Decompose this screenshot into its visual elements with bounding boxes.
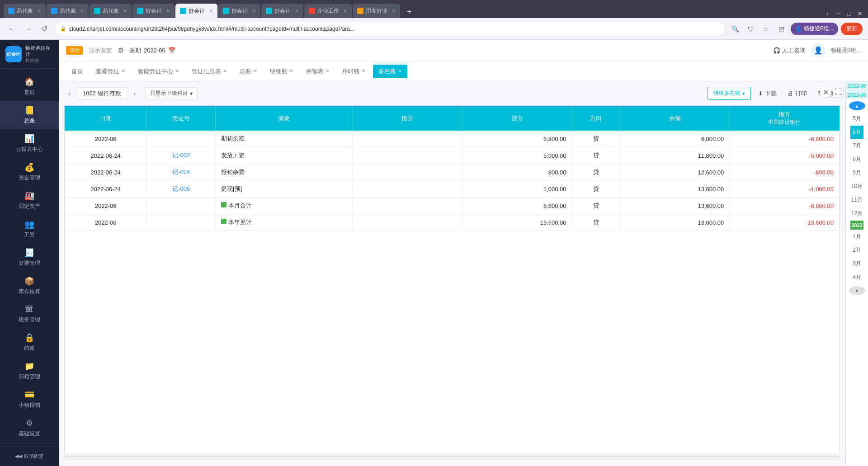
calendar-month-item[interactable]: 12月 xyxy=(850,207,863,221)
consult-button[interactable]: 🎧 人工咨询 xyxy=(773,47,806,55)
sidebar-toggle-icon[interactable]: ▤ xyxy=(775,23,788,35)
search-icon[interactable]: 🔍 xyxy=(729,23,742,35)
calendar-month-active[interactable]: 6月 xyxy=(850,126,863,139)
cell-credit: 6,800.00 xyxy=(462,198,572,214)
tab-voucher[interactable]: 查看凭证 ✕ xyxy=(90,65,131,78)
horizontal-scrollbar[interactable] xyxy=(64,456,840,461)
calendar-month-item[interactable]: 3月 xyxy=(850,257,863,271)
period-value[interactable]: 2022-06 xyxy=(144,47,165,54)
tab-balance[interactable]: 余额表 ✕ xyxy=(301,65,335,78)
sidebar-item-expense[interactable]: 💳 小畅报销 xyxy=(0,385,59,414)
tab-balance-close[interactable]: ✕ xyxy=(326,68,330,74)
tab-smart-close[interactable]: ✕ xyxy=(175,68,179,74)
browser-tab-2[interactable]: 易代账 ✕ xyxy=(47,4,89,18)
prev-account-button[interactable]: ‹ xyxy=(64,89,74,99)
tab-multi[interactable]: 多栏账 ✕ xyxy=(373,65,407,78)
sidebar-item-funds[interactable]: 💰 资金管理 xyxy=(0,158,59,186)
calendar-month-item[interactable]: 11月 xyxy=(850,193,863,207)
demo-badge[interactable]: 演示 xyxy=(66,46,83,55)
sidebar-item-general[interactable]: 📒 总账 xyxy=(0,101,59,129)
calendar-year-marker[interactable]: 2023 xyxy=(850,221,863,230)
browser-tab-3[interactable]: 易代账 ✕ xyxy=(90,4,132,18)
tab-summary[interactable]: 凭证汇总表 ✕ xyxy=(186,65,232,78)
calendar-month-item[interactable]: 7月 xyxy=(850,139,863,153)
shield-icon[interactable]: 🛡 xyxy=(745,23,757,35)
close-panel-button[interactable]: ✕ xyxy=(820,87,831,98)
calendar-month-item[interactable]: 8月 xyxy=(850,153,863,166)
tab-home[interactable]: 首页 xyxy=(66,65,89,78)
maximize-button[interactable]: □ xyxy=(844,9,854,18)
tab-close-3[interactable]: ✕ xyxy=(123,8,127,14)
tab-multi-close[interactable]: ✕ xyxy=(398,68,402,74)
browser-tab-1[interactable]: 易代账 ✕ xyxy=(4,4,46,18)
sidebar-item-closing[interactable]: 🔒 结账 xyxy=(0,328,59,357)
star-icon[interactable]: ☆ xyxy=(760,23,773,35)
sidebar-item-home[interactable]: 🏠 首页 xyxy=(0,72,59,101)
sidebar-item-archive[interactable]: 📁 归档管理 xyxy=(0,357,59,385)
calendar-month-item[interactable]: 9月 xyxy=(850,166,863,180)
browser-tab-8[interactable]: 企业工作 ✕ xyxy=(304,4,352,18)
tab-summary-close[interactable]: ✕ xyxy=(223,68,227,74)
calendar-month-item[interactable]: 4月 xyxy=(850,271,863,284)
expand-panel-button[interactable]: ⛶ xyxy=(833,87,844,98)
url-bar[interactable]: 🔒 cloud2.chanjet.com/accounting/uh26t264… xyxy=(54,22,726,36)
tab-sequence[interactable]: 序时账 ✕ xyxy=(337,65,371,78)
forward-button[interactable]: → xyxy=(22,23,34,35)
browser-tab-4[interactable]: 好会计 ✕ xyxy=(132,4,175,18)
browser-tab-9[interactable]: 用友好业 ✕ xyxy=(353,4,400,18)
tab-close-5[interactable]: ✕ xyxy=(209,8,213,14)
cell-voucher[interactable]: 记-002 xyxy=(147,147,216,164)
tab-close-4[interactable]: ✕ xyxy=(166,8,170,14)
tab-scroll-left[interactable]: ‹ xyxy=(823,9,832,18)
tab-detail-close[interactable]: ✕ xyxy=(289,68,293,74)
cell-direction: 贷 xyxy=(572,181,620,198)
tab-sequence-close[interactable]: ✕ xyxy=(362,68,366,74)
tab-voucher-close[interactable]: ✕ xyxy=(121,68,125,74)
download-button[interactable]: ⬇ 下载 xyxy=(755,87,780,100)
calendar-scroll-up[interactable]: ▲ xyxy=(849,101,865,110)
close-window-button[interactable]: ✕ xyxy=(855,9,864,18)
settings-gear-icon[interactable]: ⚙ xyxy=(118,46,124,55)
minimize-button[interactable]: ─ xyxy=(834,9,843,18)
next-account-button[interactable]: › xyxy=(130,89,140,99)
sidebar-item-payroll[interactable]: 👥 工资 xyxy=(0,215,59,243)
tab-close-9[interactable]: ✕ xyxy=(392,8,396,14)
new-tab-button[interactable]: + xyxy=(403,5,415,18)
sidebar-item-reports[interactable]: 📊 云报表中心 xyxy=(0,129,59,158)
tab-close-1[interactable]: ✕ xyxy=(37,8,41,14)
calendar-month-item[interactable]: 10月 xyxy=(850,180,863,193)
pin-button[interactable]: ◀◀ 取消固定 xyxy=(4,450,55,462)
reload-button[interactable]: ↺ xyxy=(38,23,51,35)
browser-tab-6[interactable]: 好会计 ✕ xyxy=(218,4,260,18)
calendar-scroll-down[interactable]: ▼ xyxy=(849,286,865,295)
tab-close-6[interactable]: ✕ xyxy=(252,8,256,14)
update-button[interactable]: 更新 xyxy=(841,23,863,35)
filter-dropdown[interactable]: 只显示下级科目 ▾ xyxy=(145,87,198,99)
back-button[interactable]: ← xyxy=(5,23,18,35)
user-avatar[interactable]: 👤 xyxy=(811,43,826,58)
tab-close-7[interactable]: ✕ xyxy=(295,8,299,14)
sidebar-item-invoice[interactable]: 🧾 发票管理 xyxy=(0,243,59,272)
wuhen-mode-button[interactable]: 👤 畅捷通B组... xyxy=(791,23,838,35)
sidebar-item-settings[interactable]: ⚙ 基础设置 xyxy=(0,414,59,442)
sidebar-item-guide[interactable]: 📚 新手引导 xyxy=(0,442,59,446)
sidebar-item-tax[interactable]: 🏛 税务管理 xyxy=(0,300,59,328)
tab-detail[interactable]: 明细账 ✕ xyxy=(264,65,299,78)
calendar-month-item[interactable]: 5月 xyxy=(850,112,863,126)
calendar-month-item[interactable]: 1月 xyxy=(850,230,863,244)
tab-close-8[interactable]: ✕ xyxy=(343,8,347,14)
tab-general-close[interactable]: ✕ xyxy=(253,68,257,74)
browser-tab-7[interactable]: 好会计 ✕ xyxy=(261,4,303,18)
cell-voucher[interactable]: 记-004 xyxy=(147,164,216,181)
sidebar-item-assets[interactable]: 🏭 固定资产 xyxy=(0,186,59,215)
cell-voucher[interactable]: 记-006 xyxy=(147,181,216,198)
tab-smart[interactable]: 智能凭证中心 ✕ xyxy=(132,65,184,78)
calendar-icon[interactable]: 📅 xyxy=(168,47,175,54)
calendar-month-item[interactable]: 2月 xyxy=(850,244,863,257)
tab-close-2[interactable]: ✕ xyxy=(80,8,84,14)
browser-tab-5[interactable]: 好会计 ✕ xyxy=(175,4,217,18)
special-multicolumn-button[interactable]: 特殊多栏账 ▾ xyxy=(708,87,751,100)
sidebar-item-inventory[interactable]: 📦 库存核算 xyxy=(0,272,59,300)
tab-general[interactable]: 总账 ✕ xyxy=(234,65,263,78)
print-button[interactable]: 🖨 打印 xyxy=(784,87,811,100)
